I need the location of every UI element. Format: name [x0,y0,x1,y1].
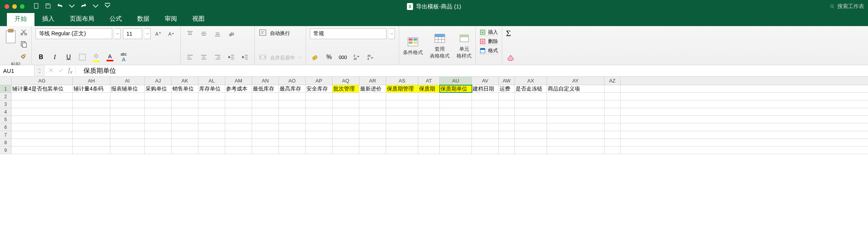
formula-input[interactable] [80,65,868,76]
cell[interactable] [225,146,252,154]
number-format-dropdown-icon[interactable] [389,28,395,39]
cell[interactable]: 采购单位 [145,85,172,92]
cell[interactable] [547,146,604,154]
fx-icon[interactable]: fx [68,67,76,75]
cell[interactable] [73,146,110,154]
italic-button[interactable]: I [49,52,60,63]
cell[interactable] [11,139,73,146]
cell[interactable] [547,116,604,123]
cell[interactable] [499,100,515,108]
cell[interactable]: 销售单位 [172,85,198,92]
cell[interactable] [499,146,515,154]
align-top-icon[interactable] [185,28,195,39]
cell[interactable] [306,146,332,154]
cell[interactable] [225,93,252,100]
column-header[interactable]: AY [547,77,604,85]
cell[interactable] [279,100,306,108]
cell[interactable] [515,108,547,115]
column-header[interactable]: AZ [604,77,621,85]
cell[interactable] [604,100,621,108]
tab-view[interactable]: 视图 [185,12,212,26]
column-header[interactable]: AP [306,77,332,85]
row-header[interactable]: 3 [0,100,11,108]
cell[interactable] [279,116,306,123]
row-header[interactable]: 4 [0,108,11,115]
row-header[interactable]: 9 [0,146,11,154]
cell[interactable] [110,116,145,123]
cell[interactable] [252,108,279,115]
row-header[interactable]: 1 [0,85,11,92]
search-box[interactable]: 搜索工作表 [830,3,864,10]
align-bottom-icon[interactable] [212,28,223,39]
cut-icon[interactable] [20,28,28,37]
cell[interactable] [515,131,547,138]
cell[interactable] [472,139,499,146]
align-right-icon[interactable] [212,52,223,63]
cell[interactable] [472,131,499,138]
cell[interactable] [418,116,440,123]
cell[interactable] [11,131,73,138]
cell[interactable] [279,146,306,154]
cell[interactable] [472,100,499,108]
cell[interactable]: 辅计量4条码 [73,85,110,92]
cell[interactable] [306,108,332,115]
cell[interactable] [332,131,359,138]
cell[interactable] [359,93,386,100]
cell[interactable]: 保质期管理 [386,85,418,92]
cell[interactable] [472,93,499,100]
column-header[interactable]: AK [172,77,198,85]
number-format-select[interactable]: 常规 [310,28,387,39]
cell[interactable]: 是否走冻链 [515,85,547,92]
wrap-text-icon[interactable] [259,28,267,38]
currency-icon[interactable] [310,52,321,63]
cell[interactable] [306,131,332,138]
column-header[interactable]: AG [11,77,73,85]
cell[interactable] [359,131,386,138]
cell[interactable]: 参考成本 [225,85,252,92]
font-size-select[interactable]: 11 [123,28,142,39]
fill-color-button[interactable] [91,52,102,63]
cell[interactable] [499,123,515,131]
cell[interactable] [172,108,198,115]
tab-home[interactable]: 开始 [7,12,34,26]
orientation-icon[interactable]: ab [226,28,237,39]
cell[interactable] [279,123,306,131]
cell[interactable] [198,93,225,100]
spreadsheet-grid[interactable]: AGAHAIAJAKALAMANAOAPAQARASATAUAVAWAXAYAZ… [0,77,868,154]
cell[interactable]: 最低库存 [252,85,279,92]
cell[interactable] [145,93,172,100]
cell[interactable] [145,131,172,138]
cell[interactable] [386,139,418,146]
cell[interactable] [172,93,198,100]
cell[interactable] [359,146,386,154]
cell[interactable] [440,116,472,123]
cell[interactable] [515,93,547,100]
close-window-icon[interactable] [5,4,9,9]
format-as-table-button[interactable]: 套用 表格格式 [430,32,450,59]
cell[interactable] [73,108,110,115]
cell[interactable] [11,123,73,131]
column-header[interactable]: AW [499,77,515,85]
column-header[interactable]: AJ [145,77,172,85]
customize-qat-icon[interactable] [104,3,111,10]
column-header[interactable]: AV [472,77,499,85]
undo-icon[interactable] [57,3,63,10]
cell[interactable]: 运费 [499,85,515,92]
cell[interactable] [359,139,386,146]
column-header[interactable]: AS [386,77,418,85]
autosum-icon[interactable]: Σ [506,28,511,38]
cell[interactable] [359,100,386,108]
format-painter-icon[interactable] [20,52,28,61]
cell[interactable] [145,146,172,154]
cell-styles-button[interactable]: 单元 格样式 [457,32,472,59]
cell[interactable] [225,116,252,123]
cell[interactable]: 辅计量4是否包装单位 [11,85,73,92]
column-header[interactable]: AL [198,77,225,85]
cancel-edit-icon[interactable] [48,67,54,74]
cell[interactable] [499,108,515,115]
cell[interactable] [418,93,440,100]
cell[interactable]: 批次管理 [332,85,359,92]
cell[interactable] [172,131,198,138]
cell[interactable] [472,108,499,115]
select-all-corner[interactable] [0,77,11,85]
